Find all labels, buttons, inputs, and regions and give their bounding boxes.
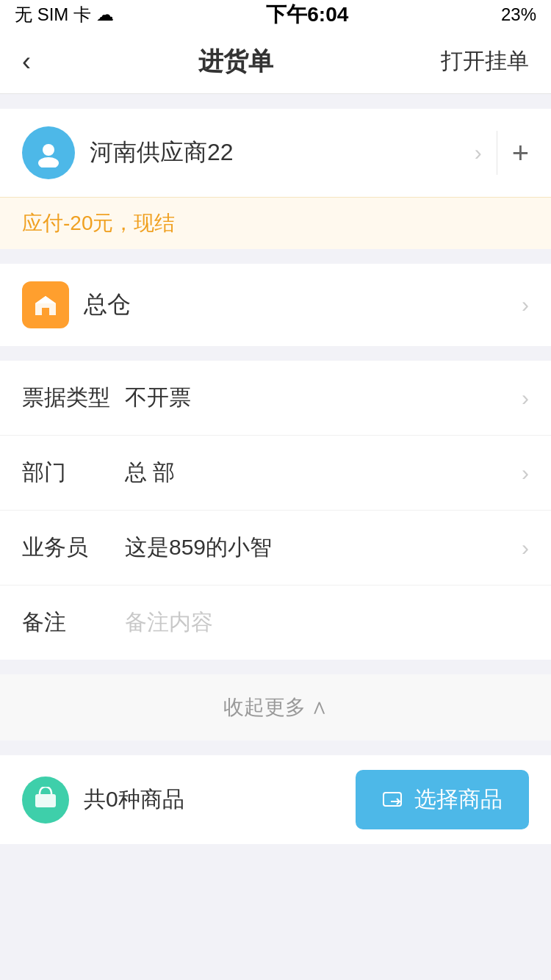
department-label: 部门: [22, 458, 110, 488]
collapse-label: 收起更多 ∧: [223, 696, 328, 718]
collapse-button[interactable]: 收起更多 ∧: [0, 674, 551, 741]
supplier-row[interactable]: 河南供应商22 › +: [0, 109, 551, 197]
salesperson-value: 这是859的小智: [110, 533, 522, 563]
battery-icon: 23%: [501, 4, 536, 25]
product-count: 共0种商品: [84, 785, 356, 815]
status-right: 23%: [501, 4, 536, 25]
cart-icon: [32, 787, 59, 813]
bottom-bar: 共0种商品 选择商品: [0, 755, 551, 844]
form-section: 票据类型 不开票 › 部门 总 部 › 业务员 这是859的小智 › 备注 备注…: [0, 361, 551, 660]
notice-bar: 应付-20元，现结: [0, 197, 551, 249]
select-product-label: 选择商品: [414, 785, 503, 815]
invoice-type-row[interactable]: 票据类型 不开票 ›: [0, 361, 551, 436]
supplier-name: 河南供应商22: [90, 137, 475, 169]
svg-point-0: [43, 144, 54, 156]
back-button[interactable]: ‹: [22, 46, 31, 77]
department-chevron-icon: ›: [522, 461, 529, 486]
svg-point-1: [38, 157, 59, 167]
status-time: 下午6:04: [266, 1, 348, 29]
supplier-divider: [497, 131, 497, 175]
add-button[interactable]: +: [512, 137, 529, 170]
page-background: [0, 844, 551, 980]
supplier-chevron-icon: ›: [475, 140, 482, 165]
department-value: 总 部: [110, 458, 522, 488]
product-icon: [22, 777, 69, 824]
svg-rect-3: [35, 794, 56, 807]
nav-bar: ‹ 进货单 打开挂单: [0, 29, 551, 94]
warehouse-name: 总仓: [84, 289, 522, 321]
department-row[interactable]: 部门 总 部 ›: [0, 436, 551, 511]
invoice-type-chevron-icon: ›: [522, 386, 529, 411]
status-left: 无 SIM 卡 ☁: [15, 3, 114, 26]
status-bar: 无 SIM 卡 ☁ 下午6:04 23%: [0, 0, 551, 29]
page-title: 进货单: [198, 45, 273, 79]
remark-input[interactable]: 备注内容: [110, 608, 529, 638]
salesperson-chevron-icon: ›: [522, 536, 529, 561]
section-gap-1: [0, 94, 551, 109]
user-icon: [34, 138, 63, 167]
house-icon: [32, 292, 59, 318]
salesperson-row[interactable]: 业务员 这是859的小智 ›: [0, 511, 551, 586]
remark-label: 备注: [22, 608, 110, 638]
warehouse-row[interactable]: 总仓 ›: [0, 264, 551, 346]
supplier-section: 河南供应商22 › + 应付-20元，现结: [0, 109, 551, 249]
select-product-icon: [382, 788, 406, 812]
warehouse-icon: [22, 281, 69, 328]
svg-rect-2: [42, 308, 49, 315]
invoice-type-label: 票据类型: [22, 383, 110, 413]
remark-row[interactable]: 备注 备注内容: [0, 586, 551, 660]
open-pending-button[interactable]: 打开挂单: [441, 46, 529, 76]
select-product-button[interactable]: 选择商品: [356, 770, 529, 829]
invoice-type-value: 不开票: [110, 383, 522, 413]
notice-text: 应付-20元，现结: [22, 212, 175, 234]
salesperson-label: 业务员: [22, 533, 110, 563]
warehouse-chevron-icon: ›: [522, 292, 529, 317]
supplier-avatar: [22, 126, 75, 179]
